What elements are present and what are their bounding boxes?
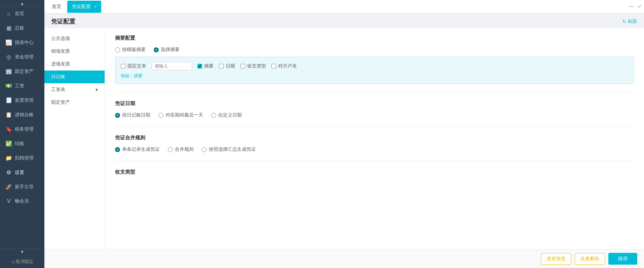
sidebar-item-settle[interactable]: ✅ 结账 [0,136,44,151]
date-radio-last-day[interactable]: 对应期间最后一天 [158,112,203,118]
date-radio-journal-input[interactable] [115,113,120,118]
income-type-checkbox-input[interactable] [240,64,245,69]
date-radio-custom-input[interactable] [211,113,216,118]
merge-radio-summary-label: 按照选择汇总生成凭证 [209,146,256,152]
summary-radio-select-input[interactable] [154,47,159,52]
sidebar-scroll-down[interactable]: ▼ [0,249,44,255]
nav-item-fixed-assets[interactable]: 固定资产 [44,96,105,109]
purchase-icon: 📋 [5,111,12,118]
funds-icon: ◎ [5,54,12,60]
date-checkbox[interactable]: 日期 [219,63,235,69]
sidebar-item-purchase-label: 进销台账 [15,112,34,118]
sidebar-item-invoice-label: 发票管理 [15,97,34,103]
settle-icon: ✅ [5,140,12,147]
counterpart-checkbox[interactable]: 对方户名 [271,63,297,69]
summary-checkbox-input[interactable] [197,64,202,69]
date-radio-last-day-label: 对应期间最后一天 [165,112,203,118]
summary-section: 摘要配置 按模版摘要 选择摘要 [115,35,634,92]
assets-icon: 🏢 [5,68,12,75]
date-radio-journal[interactable]: 按日记账日期 [115,112,150,118]
sidebar-item-funds[interactable]: ◎ 资金管理 [0,50,44,64]
merge-radio-summary[interactable]: 按照选择汇总生成凭证 [202,146,256,152]
sidebar-item-archive[interactable]: 📁 归档管理 [0,151,44,165]
summary-row: 固定文本 摘要 日期 [121,62,628,70]
sidebar-item-reports-label: 报表中心 [15,40,34,46]
date-radio-journal-label: 按日记账日期 [122,112,150,118]
nav-item-public-label: 公共选项 [51,36,70,42]
date-checkbox-input[interactable] [219,64,224,69]
sidebar-item-salary[interactable]: 💵 工资 [0,79,44,93]
home-icon: ⌂ [5,11,12,17]
tab-home[interactable]: 首页 [47,1,66,13]
refresh-button[interactable]: ↻ 刷新 [622,18,637,25]
right-content[interactable]: 摘要配置 按模版摘要 选择摘要 [105,28,644,249]
update-preset-button[interactable]: 更新预置 [541,253,571,265]
summary-config-box: 固定文本 摘要 日期 [115,57,634,84]
sidebar-item-settings-label: 设置 [15,170,24,176]
salary-icon: 💵 [5,83,12,89]
nav-item-fixed-assets-label: 固定资产 [51,99,70,105]
minimize-icon[interactable]: — [629,3,634,10]
sidebar-item-settings[interactable]: ⚙ 设置 [0,165,44,180]
date-radio-last-day-input[interactable] [158,113,163,118]
sidebar-item-salary-label: 工资 [15,83,24,89]
sidebar-item-invoice[interactable]: 🧾 发票管理 [0,93,44,107]
sidebar-item-purchase[interactable]: 📋 进销台账 [0,107,44,122]
fixed-text-input[interactable] [152,62,192,70]
merge-section-title: 凭证合并规则 [115,135,634,141]
sidebar-item-tax[interactable]: 🔖 税务管理 [0,122,44,136]
nav-item-purchase-invoice-label: 进项发票 [51,61,70,67]
summary-radio-select[interactable]: 选择摘要 [154,47,180,53]
page-title: 凭证配置 [51,17,75,26]
fixed-text-label: 固定文本 [127,63,146,69]
page-header: 凭证配置 ↻ 刷新 [44,13,644,28]
date-radio-custom[interactable]: 自定义日期 [211,112,242,118]
fixed-text-checkbox-input[interactable] [121,64,125,69]
date-checkbox-label: 日期 [226,63,235,69]
sidebar-item-member[interactable]: V 畅会员 [0,194,44,208]
summary-checkbox-label: 摘要 [204,63,214,69]
maximize-icon[interactable]: ⤢ [637,3,641,10]
tab-home-label: 首页 [52,4,61,10]
merge-radio-single[interactable]: 单条记录生成凭证 [115,146,160,152]
sidebar: ▲ ⌂ 首页 ▦ 总账 📈 报表中心 ◎ 资金管理 🏢 固定资产 💵 工资 🧾 … [0,0,44,268]
nav-item-journal[interactable]: 日记账 [44,71,105,83]
nav-item-public[interactable]: 公共选项 [44,32,105,45]
sidebar-bottom: ▼ ◁ 取消固定 [0,248,44,268]
sidebar-item-assets[interactable]: 🏢 固定资产 [0,64,44,79]
date-radio-group: 按日记账日期 对应期间最后一天 自定义日期 [115,112,634,118]
counterpart-checkbox-input[interactable] [271,64,276,69]
nav-item-sales-invoice[interactable]: 销项发票 [44,45,105,58]
sidebar-scroll-up[interactable]: ▲ [0,0,44,7]
sidebar-item-ledger-label: 总账 [15,25,24,31]
tab-close-icon[interactable]: × [94,4,97,9]
tab-voucher-config[interactable]: 凭证配置 × [67,1,101,13]
sidebar-item-reports[interactable]: 📈 报表中心 [0,35,44,50]
summary-radio-template-input[interactable] [115,47,120,52]
sidebar-item-ledger[interactable]: ▦ 总账 [0,21,44,35]
income-type-checkbox[interactable]: 收支类型 [240,63,266,69]
merge-radio-summary-input[interactable] [202,147,207,152]
nav-item-payroll-label: 工资表 [51,87,65,93]
batch-delete-button[interactable]: 批量删除 [575,253,605,265]
unfix-label: 取消固定 [16,259,33,265]
summary-checkbox[interactable]: 摘要 [197,63,214,69]
sidebar-item-settle-label: 结账 [15,141,24,147]
sidebar-item-guide[interactable]: 🚀 新手引导 [0,180,44,194]
nav-item-payroll[interactable]: 工资表 ▾ [44,83,105,96]
merge-radio-single-input[interactable] [115,147,120,152]
refresh-icon: ↻ [622,19,627,24]
unfix-button[interactable]: ◁ 取消固定 [0,255,44,268]
ledger-icon: ▦ [5,25,12,31]
merge-radio-rules[interactable]: 合并规则 [168,146,194,152]
main-area: 首页 凭证配置 × — ⤢ 凭证配置 ↻ 刷新 公共选项 [44,0,644,268]
sidebar-item-home[interactable]: ⌂ 首页 [0,7,44,21]
merge-radio-rules-input[interactable] [168,147,173,152]
summary-radio-select-label: 选择摘要 [161,47,180,53]
tax-icon: 🔖 [5,126,12,132]
save-button[interactable]: 保存 [608,253,637,265]
nav-item-purchase-invoice[interactable]: 进项发票 [44,58,105,71]
summary-radio-template[interactable]: 按模版摘要 [115,47,146,53]
refresh-label: 刷新 [628,18,637,25]
fixed-text-checkbox[interactable]: 固定文本 [121,63,146,69]
